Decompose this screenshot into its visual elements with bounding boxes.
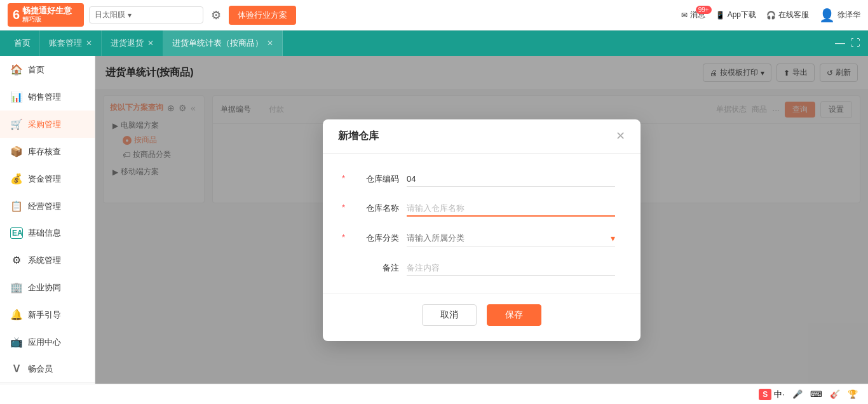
user-menu[interactable]: 👤 徐泽华	[819, 8, 860, 23]
system-icon: ⚙	[10, 254, 23, 266]
warehouse-category-input[interactable]	[407, 233, 611, 243]
sales-icon: 📊	[10, 91, 23, 103]
top-right-actions: ✉ 消息 99+ 📱 App下载 🎧 在线客服 👤 徐泽华	[681, 8, 860, 23]
user-name: 徐泽华	[837, 10, 860, 20]
sidebar-item-finance-label: 资金管理	[28, 173, 61, 185]
sidebar-item-basic-label: 基础信息	[28, 227, 61, 239]
tab-purchase-stats-close-icon[interactable]: ✕	[267, 39, 273, 48]
purchase-icon: 🛒	[10, 118, 23, 130]
service-label: 在线客服	[778, 10, 809, 20]
top-bar: 6 畅捷通好生意 精巧版 日太阳膜 ▾ ⚙ 体验行业方案 ✉ 消息 99+ 📱 …	[0, 0, 868, 30]
logo: 6 畅捷通好生意 精巧版	[8, 3, 84, 27]
tab-purchase-stats[interactable]: 进货单统计表（按商品） ✕	[163, 30, 283, 56]
sidebar-item-enterprise-label: 企业协同	[28, 282, 61, 293]
gear-icon[interactable]: ⚙	[208, 6, 224, 25]
tab-account-close-icon[interactable]: ✕	[86, 39, 92, 48]
select-dropdown-icon: ▾	[611, 233, 615, 243]
cancel-button[interactable]: 取消	[422, 304, 477, 326]
remark-input[interactable]	[407, 260, 615, 276]
tab-account-label: 账套管理	[49, 37, 82, 49]
app-center-icon: 📺	[10, 336, 23, 348]
modal-footer: 取消 保存	[323, 293, 641, 341]
modal-header: 新增仓库 ✕	[323, 119, 641, 154]
logo-text-main: 畅捷通好生意	[22, 6, 72, 16]
service-button[interactable]: 🎧 在线客服	[766, 10, 809, 20]
tabs-right-controls: — ⛶	[835, 37, 863, 49]
app-label: App下载	[728, 10, 756, 20]
warehouse-category-row: 仓库分类 ▾	[348, 231, 615, 246]
warehouse-code-label: 仓库编码	[348, 173, 399, 185]
modal-body: 仓库编码 仓库名称 仓库分类 ▾	[323, 154, 641, 288]
tab-return[interactable]: 进货退货 ✕	[102, 30, 163, 56]
tab-home-label: 首页	[14, 37, 31, 49]
sidebar-item-basic[interactable]: EA 基础信息	[0, 220, 95, 246]
tab-return-close-icon[interactable]: ✕	[147, 39, 154, 48]
sidebar-item-enterprise[interactable]: 🏢 企业协同	[0, 274, 95, 301]
modal-overlay: 新增仓库 ✕ 仓库编码 仓库名称 仓库分类	[95, 56, 868, 404]
sidebar-item-guide-label: 新手引导	[28, 309, 61, 321]
sidebar-item-sales-label: 销售管理	[28, 91, 61, 103]
sidebar-item-finance[interactable]: 💰 资金管理	[0, 165, 95, 192]
warehouse-name-input[interactable]	[407, 201, 615, 217]
home-icon: 🏠	[10, 64, 23, 76]
warehouse-code-input[interactable]	[407, 172, 615, 187]
modal-title: 新增仓库	[338, 130, 379, 143]
tab-account[interactable]: 账套管理 ✕	[40, 30, 102, 56]
sidebar-item-operations[interactable]: 📋 经营管理	[0, 192, 95, 220]
enterprise-icon: 🏢	[10, 281, 23, 293]
app-download-button[interactable]: 📱 App下载	[715, 10, 756, 20]
microphone-icon[interactable]: 🎤	[792, 389, 803, 399]
sidebar-item-inventory-label: 库存核查	[28, 146, 61, 158]
content-area: 进货单统计(按商品) 🖨 按模板打印 ▾ ⬆ 导出 ↺ 刷新	[95, 56, 868, 404]
dropdown-arrow-icon: ▾	[128, 11, 132, 20]
sidebar-item-system[interactable]: ⚙ 系统管理	[0, 246, 95, 274]
save-button[interactable]: 保存	[487, 304, 541, 326]
logo-text: 畅捷通好生意 精巧版	[22, 6, 72, 25]
sidebar-item-vip-label: 畅会员	[28, 363, 53, 375]
keyboard-icon[interactable]: ⌨	[810, 389, 822, 399]
trial-button[interactable]: 体验行业方案	[229, 6, 296, 25]
brand-text: 中·	[774, 389, 785, 400]
sidebar-item-purchase[interactable]: 🛒 采购管理	[0, 111, 95, 138]
tab-purchase-stats-label: 进货单统计表（按商品）	[172, 37, 263, 49]
sidebar-item-home[interactable]: 🏠 首页	[0, 56, 95, 83]
message-icon: ✉	[681, 11, 688, 20]
warehouse-code-row: 仓库编码	[348, 172, 615, 187]
modal-close-icon[interactable]: ✕	[616, 130, 625, 142]
new-warehouse-modal: 新增仓库 ✕ 仓库编码 仓库名称 仓库分类	[323, 119, 641, 341]
sidebar-item-purchase-label: 采购管理	[28, 119, 61, 130]
sidebar-item-app-center-label: 应用中心	[28, 337, 61, 348]
message-badge: 99+	[696, 6, 712, 14]
tab-return-label: 进货退货	[111, 37, 144, 49]
inventory-icon: 📦	[10, 145, 23, 158]
brand-logo: S 中·	[759, 389, 785, 400]
sidebar-item-sales[interactable]: 📊 销售管理	[0, 83, 95, 111]
sidebar-item-guide[interactable]: 🔔 新手引导	[0, 301, 95, 328]
warehouse-category-label: 仓库分类	[348, 232, 399, 244]
guide-icon: 🔔	[10, 309, 23, 321]
sidebar-item-app-center[interactable]: 📺 应用中心	[0, 328, 95, 356]
window-expand-icon[interactable]: ⛶	[850, 37, 860, 49]
nav-tabs: 首页 账套管理 ✕ 进货退货 ✕ 进货单统计表（按商品） ✕ — ⛶	[0, 30, 868, 56]
sidebar-item-vip[interactable]: V 畅会员	[0, 356, 95, 382]
vip-icon: V	[10, 363, 23, 375]
search-bar[interactable]: 日太阳膜 ▾	[89, 6, 203, 24]
trophy-icon: 🏆	[848, 389, 858, 399]
search-text: 日太阳膜	[95, 10, 125, 20]
sidebar-item-system-label: 系统管理	[28, 255, 61, 266]
warehouse-name-label: 仓库名称	[348, 203, 399, 214]
logo-icon: 6	[13, 8, 20, 22]
warehouse-name-row: 仓库名称	[348, 201, 615, 217]
guitar-icon: 🎸	[830, 389, 840, 399]
basic-icon: EA	[10, 227, 23, 239]
mobile-icon: 📱	[715, 11, 725, 20]
finance-icon: 💰	[10, 173, 23, 185]
warehouse-category-select[interactable]: ▾	[407, 231, 615, 246]
sidebar: 🏠 首页 📊 销售管理 🛒 采购管理 📦 库存核查 💰 资金管理 📋 经营管理 …	[0, 56, 95, 404]
tab-home[interactable]: 首页	[5, 30, 40, 56]
sidebar-item-inventory[interactable]: 📦 库存核查	[0, 138, 95, 165]
window-minimize-icon[interactable]: —	[835, 37, 845, 49]
sidebar-item-home-label: 首页	[28, 64, 44, 76]
headphone-icon: 🎧	[766, 11, 776, 20]
messages-button[interactable]: ✉ 消息 99+	[681, 10, 705, 20]
